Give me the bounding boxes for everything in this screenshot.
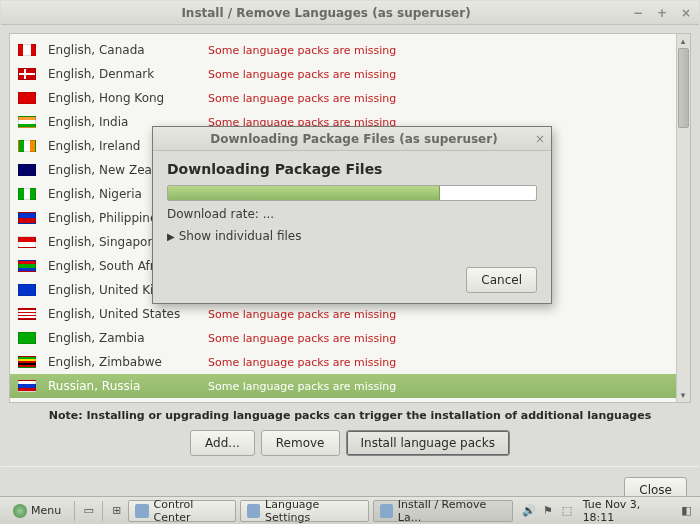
language-status: Some language packs are missing: [208, 308, 396, 321]
window-close-button[interactable]: ×: [679, 6, 693, 20]
app-icon: [380, 504, 393, 518]
flag-icon: [18, 284, 36, 296]
download-dialog: Downloading Package Files (as superuser)…: [152, 126, 552, 304]
language-name: English, Zambia: [48, 331, 208, 345]
language-name: English, United States: [48, 307, 208, 321]
taskbar-item[interactable]: Language Settings: [240, 500, 369, 522]
language-status: Some language packs are missing: [208, 356, 396, 369]
flag-icon: [18, 332, 36, 344]
progress-fill: [168, 186, 440, 200]
taskbar-item-label: Control Center: [154, 498, 229, 524]
flag-icon: [18, 68, 36, 80]
separator: [102, 501, 103, 521]
flag-icon: [18, 212, 36, 224]
flag-icon: [18, 380, 36, 392]
menu-label: Menu: [31, 504, 61, 517]
app-icon: [135, 504, 148, 518]
download-rate: Download rate: ...: [167, 207, 537, 221]
add-button[interactable]: Add...: [190, 430, 255, 456]
language-row[interactable]: English, ZimbabweSome language packs are…: [10, 350, 690, 374]
language-status: Some language packs are missing: [208, 380, 396, 393]
expander-label: Show individual files: [179, 229, 302, 243]
dialog-title: Downloading Package Files (as superuser): [173, 132, 535, 146]
workspace-icon[interactable]: ⊞: [109, 503, 124, 519]
dialog-close-button[interactable]: ×: [535, 132, 545, 146]
action-button-row: Add... Remove Install language packs: [9, 430, 691, 466]
separator: [74, 501, 75, 521]
language-status: Some language packs are missing: [208, 332, 396, 345]
language-name: English, Zimbabwe: [48, 355, 208, 369]
taskbar-item-label: Install / Remove La...: [398, 498, 506, 524]
language-row[interactable]: English, DenmarkSome language packs are …: [10, 62, 690, 86]
language-row[interactable]: English, CanadaSome language packs are m…: [10, 38, 690, 62]
language-row[interactable]: English, United StatesSome language pack…: [10, 302, 690, 326]
menu-button[interactable]: Menu: [6, 501, 68, 521]
flag-icon: [18, 164, 36, 176]
dialog-heading: Downloading Package Files: [167, 161, 537, 177]
taskbar-item-label: Language Settings: [265, 498, 362, 524]
maximize-button[interactable]: +: [655, 6, 669, 20]
flag-icon: [18, 236, 36, 248]
main-titlebar: Install / Remove Languages (as superuser…: [1, 1, 699, 25]
scrollbar[interactable]: ▴ ▾: [676, 34, 690, 402]
show-desktop-icon[interactable]: ▭: [81, 503, 96, 519]
expander-triangle-icon: ▶: [167, 231, 175, 242]
scroll-thumb[interactable]: [678, 48, 689, 128]
taskbar-item[interactable]: Control Center: [128, 500, 235, 522]
flag-icon: [18, 188, 36, 200]
scroll-down-icon[interactable]: ▾: [676, 388, 690, 402]
dialog-titlebar: Downloading Package Files (as superuser)…: [153, 127, 551, 151]
taskbar: Menu ▭ ⊞ Control CenterLanguage Settings…: [0, 496, 700, 524]
language-row[interactable]: Russian, RussiaSome language packs are m…: [10, 374, 690, 398]
flag-icon: [18, 356, 36, 368]
minimize-button[interactable]: −: [631, 6, 645, 20]
network-icon[interactable]: ⬚: [559, 503, 574, 519]
flag-icon: [18, 92, 36, 104]
flag-icon: [18, 116, 36, 128]
show-files-expander[interactable]: ▶ Show individual files: [167, 229, 537, 243]
language-name: English, Canada: [48, 43, 208, 57]
language-row[interactable]: English, Hong KongSome language packs ar…: [10, 86, 690, 110]
install-packs-button[interactable]: Install language packs: [346, 430, 510, 456]
cancel-button[interactable]: Cancel: [466, 267, 537, 293]
window-title: Install / Remove Languages (as superuser…: [21, 6, 631, 20]
language-status: Some language packs are missing: [208, 44, 396, 57]
updates-icon[interactable]: ⚑: [540, 503, 555, 519]
scroll-up-icon[interactable]: ▴: [676, 34, 690, 48]
clock[interactable]: Tue Nov 3, 18:11: [579, 498, 675, 524]
flag-icon: [18, 308, 36, 320]
remove-button[interactable]: Remove: [261, 430, 340, 456]
language-name: English, Denmark: [48, 67, 208, 81]
mint-menu-icon: [13, 504, 27, 518]
language-name: English, Hong Kong: [48, 91, 208, 105]
app-icon: [247, 504, 260, 518]
note-text: Note: Installing or upgrading language p…: [9, 403, 691, 430]
flag-icon: [18, 44, 36, 56]
language-status: Some language packs are missing: [208, 68, 396, 81]
language-name: Russian, Russia: [48, 379, 208, 393]
session-icon[interactable]: ◧: [679, 503, 694, 519]
flag-icon: [18, 260, 36, 272]
taskbar-item[interactable]: Install / Remove La...: [373, 500, 513, 522]
flag-icon: [18, 140, 36, 152]
language-row[interactable]: English, ZambiaSome language packs are m…: [10, 326, 690, 350]
progress-bar: [167, 185, 537, 201]
language-status: Some language packs are missing: [208, 92, 396, 105]
volume-icon[interactable]: 🔊: [521, 503, 536, 519]
